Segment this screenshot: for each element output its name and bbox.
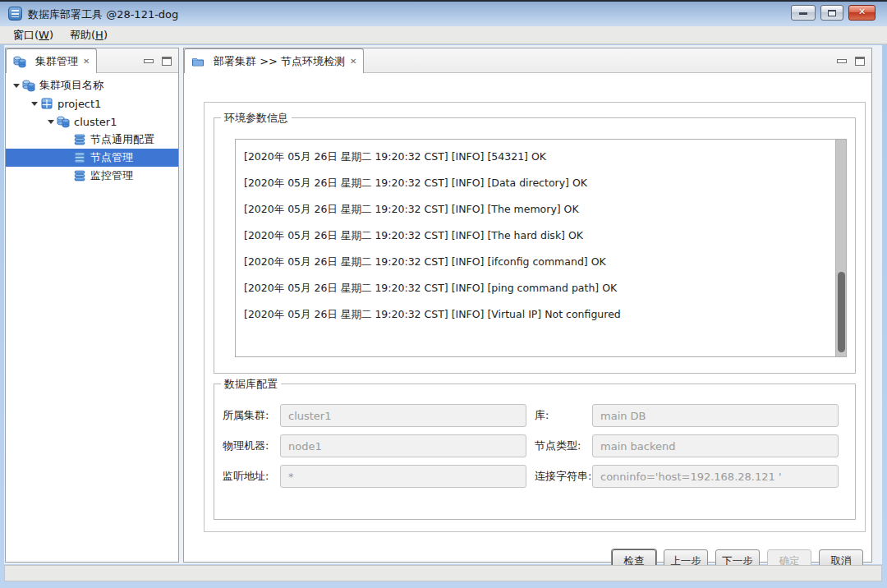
field-label-conn-string: 连接字符串: [535,465,591,488]
tab-label: 部署集群 >> 节点环境检测 [214,54,345,69]
log-line: [2020年 05月 26日 星期二 19:20:32 CST] [INFO] … [244,275,830,301]
log-scrollbar-thumb[interactable] [838,272,845,352]
cluster-icon [57,115,70,128]
tree-item-node-common-config[interactable]: 节点通用配置 [6,131,178,149]
database-icon [73,169,86,182]
log-line: [2020年 05月 26日 星期二 19:20:32 CST] [INFO] … [244,144,830,170]
node-type-field [592,434,839,457]
field-label-listen-address: 监听地址: [223,465,269,488]
log-line: [2020年 05月 26日 星期二 19:20:32 CST] [INFO] … [244,170,830,196]
tree-item-label: 集群项目名称 [39,78,103,93]
field-label-db: 库: [535,404,549,427]
tab-node-env-check[interactable]: 部署集群 >> 节点环境检测 ✕ [184,48,364,73]
window-controls: ✕ [791,5,876,21]
tab-close-icon[interactable]: ✕ [350,57,356,66]
left-panel-header: 集群管理 ✕ [6,48,178,73]
menu-window-pre: 窗口( [13,29,39,41]
menu-window-suf: ) [49,29,53,41]
menu-bar: 窗口(W) 帮助(H) [0,26,887,44]
conn-string-field [592,465,839,488]
panel-maximize-icon[interactable] [855,57,865,66]
tree-item-project1[interactable]: project1 [6,94,178,113]
folder-icon [191,55,205,68]
tree-item-label: project1 [57,98,101,110]
machine-field [280,434,526,457]
minimize-icon [799,12,807,15]
panel-minimize-icon[interactable] [144,59,154,63]
cluster-icon [22,79,35,92]
cluster-management-panel: 集群管理 ✕ 集群项目名称 project1 [5,48,179,563]
panel-maximize-icon[interactable] [162,57,172,66]
tree-item-cluster1[interactable]: cluster1 [6,113,178,131]
database-icon [73,151,86,164]
cluster-icon [13,55,26,68]
tree-item-monitor-management[interactable]: 监控管理 [6,167,178,185]
field-label-node-type: 节点类型: [535,434,581,457]
field-label-cluster: 所属集群: [223,404,269,427]
log-line: [2020年 05月 26日 星期二 19:20:32 CST] [INFO] … [244,223,830,249]
env-check-container: 环境参数信息 [2020年 05月 26日 星期二 19:20:32 CST] … [204,102,866,532]
right-panel-buttons [837,48,865,73]
menu-window[interactable]: 窗口(W) [5,26,62,44]
log-line: [2020年 05月 26日 星期二 19:20:32 CST] [INFO] … [244,249,830,275]
workbench-area: 集群管理 ✕ 集群项目名称 project1 [4,45,882,564]
db-field [592,404,839,427]
menu-help-suf: ) [103,29,108,41]
node-env-check-panel: 部署集群 >> 节点环境检测 ✕ 环境参数信息 [2020年 05月 26日 [183,48,872,563]
menu-help-key: H [95,29,103,41]
status-bar [4,565,882,581]
env-params-group: 环境参数信息 [2020年 05月 26日 星期二 19:20:32 CST] … [214,117,856,374]
db-config-group: 数据库配置 所属集群: 库: 物理机器: 节点类型: [214,384,856,520]
close-icon: ✕ [849,7,875,17]
expand-arrow-icon[interactable] [11,84,22,88]
tree-item-label: cluster1 [74,116,117,128]
menu-help[interactable]: 帮助(H) [62,26,116,44]
db-config-row-1: 所属集群: 库: [214,404,855,427]
tab-close-icon[interactable]: ✕ [83,57,90,66]
maximize-button[interactable] [820,5,843,21]
database-icon [73,133,86,146]
log-scrollbar[interactable] [835,140,846,356]
field-label-machine: 物理机器: [223,434,269,457]
log-line: [2020年 05月 26日 星期二 19:20:32 CST] [INFO] … [244,196,830,223]
db-config-row-2: 物理机器: 节点类型: [214,434,855,457]
expand-arrow-icon[interactable] [29,102,40,106]
env-params-group-title: 环境参数信息 [221,111,292,126]
menu-help-pre: 帮助( [70,29,95,41]
title-bar: 数据库部署工具 @28-121-dog ✕ [0,2,887,26]
app-icon [8,7,22,21]
tree-item-label: 节点管理 [90,150,133,165]
cluster-tree: 集群项目名称 project1 cluster1 节点通用配置 [6,74,178,562]
maximize-icon [828,10,836,16]
tree-item-label: 节点通用配置 [90,132,154,147]
app-window: 数据库部署工具 @28-121-dog ✕ 窗口(W) 帮助(H) [0,0,887,588]
project-icon [40,97,53,110]
db-config-group-title: 数据库配置 [221,377,281,392]
listen-address-field [280,465,526,488]
tree-item-label: 监控管理 [90,168,133,183]
window-title: 数据库部署工具 @28-121-dog [28,7,178,22]
tab-cluster-management[interactable]: 集群管理 ✕ [6,48,97,73]
env-log-textarea[interactable]: [2020年 05月 26日 星期二 19:20:32 CST] [INFO] … [235,139,847,357]
db-config-row-3: 监听地址: 连接字符串: [214,465,855,488]
menu-window-key: W [39,29,49,41]
tree-item-node-management[interactable]: 节点管理 [6,149,178,167]
log-line: [2020年 05月 26日 星期二 19:20:32 CST] [INFO] … [244,301,830,328]
left-panel-buttons [144,48,172,73]
env-log-lines: [2020年 05月 26日 星期二 19:20:32 CST] [INFO] … [244,144,830,328]
tree-item-cluster-project-root[interactable]: 集群项目名称 [6,76,178,94]
cluster-field [280,404,526,427]
right-panel-header: 部署集群 >> 节点环境检测 ✕ [184,48,871,73]
env-check-content: 环境参数信息 [2020年 05月 26日 星期二 19:20:32 CST] … [184,74,871,562]
minimize-button[interactable] [791,5,816,21]
panel-minimize-icon[interactable] [837,59,847,63]
tab-label: 集群管理 [35,54,78,69]
expand-arrow-icon[interactable] [45,120,57,124]
close-button[interactable]: ✕ [848,5,876,21]
